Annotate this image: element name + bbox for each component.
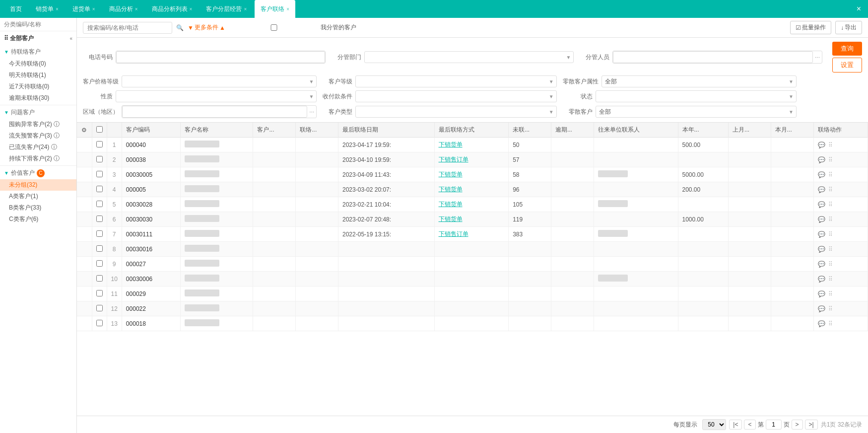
- dept-select[interactable]: [364, 51, 574, 63]
- gear-icon[interactable]: ⚙: [81, 127, 87, 134]
- payment-select[interactable]: [355, 90, 556, 102]
- more-action-icon[interactable]: ⠿: [828, 216, 833, 223]
- sidebar-item-tomorrow[interactable]: 明天待联络(1): [0, 70, 76, 81]
- last-page-button[interactable]: >|: [805, 420, 818, 430]
- contact-action-icon[interactable]: 💬: [818, 290, 825, 297]
- contact-action-icon[interactable]: 💬: [818, 231, 825, 238]
- contact-action-icon[interactable]: 💬: [818, 305, 825, 312]
- sidebar-item-loss-warning[interactable]: 流失预警客户(3) ⓘ: [0, 130, 76, 142]
- contact-action-icon[interactable]: 💬: [818, 156, 825, 163]
- nav-purchase[interactable]: 进货单 ×: [67, 0, 101, 18]
- customer-level-select[interactable]: [355, 75, 556, 87]
- price-level-select[interactable]: [122, 75, 317, 87]
- more-action-icon[interactable]: ⠿: [828, 305, 833, 312]
- more-action-icon[interactable]: ⠿: [828, 320, 833, 327]
- contact-action-icon[interactable]: 💬: [818, 276, 825, 283]
- more-action-icon[interactable]: ⠿: [828, 231, 833, 238]
- nav-customer-layer-close[interactable]: ×: [244, 6, 247, 12]
- batch-ops-button[interactable]: ☑ 批量操作: [790, 21, 831, 34]
- manager-dots[interactable]: ···: [813, 54, 822, 61]
- sidebar-item-class-a[interactable]: A类客户(1): [0, 191, 76, 202]
- nav-customer-layer[interactable]: 客户分层经营 ×: [200, 0, 253, 18]
- select-all-checkbox[interactable]: [96, 126, 103, 133]
- nav-goods-list-close[interactable]: ×: [190, 6, 193, 12]
- nav-sales-close[interactable]: ×: [56, 6, 59, 12]
- contact-action-icon[interactable]: 💬: [818, 171, 825, 178]
- row-checkbox[interactable]: [96, 201, 103, 207]
- sidebar-collapse-icon[interactable]: «: [69, 36, 72, 41]
- contact-action-icon[interactable]: 💬: [818, 216, 825, 223]
- next-page-button[interactable]: >: [792, 420, 803, 430]
- customer-type-select[interactable]: [355, 106, 556, 118]
- sidebar-group-problem[interactable]: ▼ 问题客户: [0, 106, 76, 119]
- sidebar-item-lost[interactable]: 已流失客户(24) ⓘ: [0, 142, 76, 153]
- prev-page-button[interactable]: <: [744, 420, 755, 430]
- page-size-select[interactable]: 50: [702, 419, 726, 430]
- sidebar-group-value[interactable]: ▼ 价值客户 C: [0, 167, 76, 179]
- more-action-icon[interactable]: ⠿: [828, 276, 833, 283]
- col-settings[interactable]: ⚙: [77, 123, 92, 138]
- more-action-icon[interactable]: ⠿: [828, 246, 833, 253]
- first-page-button[interactable]: |<: [729, 420, 742, 430]
- contact-action-icon[interactable]: 💬: [818, 201, 825, 208]
- sidebar-item-abnormal[interactable]: 囤购异常客户(2) ⓘ: [0, 119, 76, 130]
- nav-purchase-close[interactable]: ×: [92, 6, 95, 12]
- row-checkbox[interactable]: [96, 245, 103, 252]
- contact-action-icon[interactable]: 💬: [818, 142, 825, 148]
- search-icon[interactable]: 🔍: [176, 24, 184, 31]
- sidebar-item-overdue[interactable]: 逾期未联络(30): [0, 92, 76, 104]
- nav-goods-analysis-close[interactable]: ×: [135, 6, 138, 12]
- sidebar-item-ungroup[interactable]: 未分组(32): [0, 179, 76, 191]
- sidebar-search-input[interactable]: [4, 21, 77, 28]
- row-checkbox[interactable]: [96, 260, 103, 267]
- contact-action-icon[interactable]: 💬: [818, 186, 825, 193]
- row-checkbox[interactable]: [96, 320, 103, 326]
- more-action-icon[interactable]: ⠿: [828, 186, 833, 193]
- manager-input[interactable]: [613, 51, 813, 63]
- more-action-icon[interactable]: ⠿: [828, 156, 833, 163]
- more-action-icon[interactable]: ⠿: [828, 142, 833, 148]
- sidebar-item-week[interactable]: 近7天待联络(0): [0, 81, 76, 92]
- row-checkbox[interactable]: [96, 290, 103, 296]
- row-checkbox[interactable]: [96, 230, 103, 237]
- query-button[interactable]: 查询: [832, 42, 862, 56]
- sidebar-item-class-c[interactable]: C类客户(6): [0, 214, 76, 225]
- reset-button[interactable]: 设置: [832, 58, 862, 72]
- contact-action-icon[interactable]: 💬: [818, 261, 825, 268]
- row-checkbox[interactable]: [96, 156, 103, 162]
- sidebar-item-today[interactable]: 今天待联络(0): [0, 58, 76, 70]
- row-checkbox[interactable]: [96, 305, 103, 311]
- retail-attr-select[interactable]: 全部: [601, 75, 797, 87]
- page-number-input[interactable]: [766, 420, 782, 430]
- sidebar-group-pending[interactable]: ▼ 待联络客户: [0, 46, 76, 58]
- window-close-button[interactable]: ×: [854, 4, 864, 13]
- more-conditions-button[interactable]: ▼ 更多条件 ▲: [188, 23, 225, 32]
- region-dots[interactable]: ···: [307, 108, 316, 115]
- phone-input[interactable]: [116, 51, 325, 63]
- nav-customer-contact[interactable]: 客户联络 ×: [255, 0, 295, 18]
- nav-goods-analysis[interactable]: 商品分析 ×: [103, 0, 144, 18]
- more-action-icon[interactable]: ⠿: [828, 171, 833, 178]
- my-customers-checkbox[interactable]: [229, 24, 319, 31]
- row-checkbox[interactable]: [96, 275, 103, 282]
- nav-home[interactable]: 首页: [4, 0, 28, 18]
- nav-customer-contact-close[interactable]: ×: [286, 6, 289, 12]
- more-action-icon[interactable]: ⠿: [828, 201, 833, 208]
- row-checkbox[interactable]: [96, 141, 103, 147]
- sidebar-all-customers[interactable]: ⠿ 全部客户 «: [0, 31, 76, 46]
- nav-goods-list[interactable]: 商品分析列表 ×: [146, 0, 199, 18]
- export-button[interactable]: ↓ 导出: [835, 21, 862, 34]
- sidebar-item-declining[interactable]: 持续下滑客户(2) ⓘ: [0, 153, 76, 164]
- nature-select[interactable]: [116, 90, 317, 102]
- sidebar-item-class-b[interactable]: B类客户(33): [0, 202, 76, 214]
- row-checkbox[interactable]: [96, 186, 103, 192]
- region-input[interactable]: [122, 106, 307, 118]
- search-input[interactable]: [83, 22, 172, 34]
- contact-action-icon[interactable]: 💬: [818, 246, 825, 253]
- contact-action-icon[interactable]: 💬: [818, 320, 825, 327]
- more-action-icon[interactable]: ⠿: [828, 261, 833, 268]
- nav-sales[interactable]: 销货单 ×: [30, 0, 65, 18]
- row-checkbox[interactable]: [96, 171, 103, 177]
- status-select[interactable]: [596, 90, 797, 102]
- retail-customer-select[interactable]: 全部: [596, 106, 797, 118]
